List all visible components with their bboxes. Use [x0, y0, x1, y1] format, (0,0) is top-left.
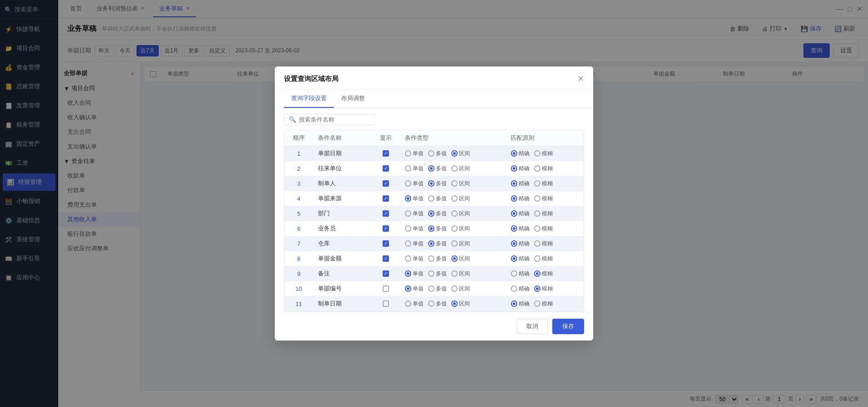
cell-show-1[interactable] [371, 146, 400, 161]
dialog-search-input[interactable] [299, 116, 367, 123]
radio-match-fuzzy-6[interactable]: 模糊 [534, 225, 553, 233]
radio-type-range-11[interactable]: 区间 [451, 300, 470, 308]
radio-type-single-9[interactable]: 单值 [405, 270, 424, 278]
radio-type-multi-2[interactable]: 多值 [428, 165, 447, 173]
radio-circle-range [451, 150, 458, 157]
radio-type-single-1[interactable]: 单值 [405, 150, 424, 158]
radio-type-single-10[interactable]: 单值 [405, 285, 424, 293]
tab-field-settings[interactable]: 查询字段设置 [284, 90, 334, 108]
radio-type-multi-10[interactable]: 多值 [428, 285, 447, 293]
radio-match-circle-exact [511, 300, 517, 307]
cell-name-3: 制单人 [313, 176, 371, 191]
radio-type-range-2[interactable]: 区间 [451, 165, 470, 173]
dialog-table: 顺序 条件名称 显示 条件类型 匹配原则 1单据日期单值多值区间精确模糊2往来单… [284, 130, 584, 312]
radio-type-single-5[interactable]: 单值 [405, 210, 424, 218]
radio-type-single-7[interactable]: 单值 [405, 240, 424, 248]
radio-type-multi-6[interactable]: 多值 [428, 225, 447, 233]
radio-match-fuzzy-5[interactable]: 模糊 [534, 210, 553, 218]
cell-show-7[interactable] [371, 236, 400, 251]
radio-match-exact-5[interactable]: 精确 [511, 210, 530, 218]
radio-type-multi-3[interactable]: 多值 [428, 180, 447, 188]
radio-type-multi-4[interactable]: 多值 [428, 195, 447, 203]
radio-type-range-10[interactable]: 区间 [451, 285, 470, 293]
radio-match-exact-6[interactable]: 精确 [511, 225, 530, 233]
radio-match-fuzzy-3[interactable]: 模糊 [534, 180, 553, 188]
dialog-footer: 取消 保存 [275, 312, 593, 341]
cell-match-5: 精确模糊 [506, 206, 584, 221]
radio-match-exact-1[interactable]: 精确 [511, 150, 530, 158]
cell-show-9[interactable] [371, 266, 400, 281]
radio-match-exact-10[interactable]: 精确 [511, 285, 530, 293]
radio-circle-multi [428, 255, 434, 262]
radio-type-range-1[interactable]: 区间 [451, 150, 470, 158]
show-checkbox-8[interactable] [383, 255, 389, 262]
show-checkbox-2[interactable] [383, 165, 389, 172]
radio-type-range-6[interactable]: 区间 [451, 225, 470, 233]
show-checkbox-11[interactable] [383, 300, 389, 307]
radio-type-range-4[interactable]: 区间 [451, 195, 470, 203]
show-checkbox-6[interactable] [383, 225, 389, 232]
radio-type-multi-5[interactable]: 多值 [428, 210, 447, 218]
radio-match-fuzzy-8[interactable]: 模糊 [534, 255, 553, 263]
cell-order-2: 2 [284, 161, 313, 176]
dialog-save-button[interactable]: 保存 [552, 319, 584, 334]
dialog-body: 🔍 顺序 条件名称 显示 条件类型 匹配原则 1单据日期单值多 [275, 108, 593, 312]
radio-match-fuzzy-10[interactable]: 模糊 [534, 285, 553, 293]
radio-match-fuzzy-2[interactable]: 模糊 [534, 165, 553, 173]
show-checkbox-1[interactable] [383, 150, 389, 157]
show-checkbox-9[interactable] [383, 270, 389, 277]
radio-type-single-6[interactable]: 单值 [405, 225, 424, 233]
radio-type-multi-11[interactable]: 多值 [428, 300, 447, 308]
cell-show-4[interactable] [371, 191, 400, 206]
radio-match-exact-7[interactable]: 精确 [511, 240, 530, 248]
radio-match-circle-fuzzy [534, 225, 540, 232]
cell-match-11: 精确模糊 [506, 296, 584, 311]
radio-type-multi-7[interactable]: 多值 [428, 240, 447, 248]
cell-show-3[interactable] [371, 176, 400, 191]
radio-match-fuzzy-1[interactable]: 模糊 [534, 150, 553, 158]
radio-type-range-8[interactable]: 区间 [451, 255, 470, 263]
cell-show-8[interactable] [371, 251, 400, 266]
radio-match-circle-exact [511, 255, 517, 262]
radio-type-multi-9[interactable]: 多值 [428, 270, 447, 278]
radio-match-fuzzy-7[interactable]: 模糊 [534, 240, 553, 248]
radio-match-exact-2[interactable]: 精确 [511, 165, 530, 173]
show-checkbox-7[interactable] [383, 240, 389, 247]
dialog-close-button[interactable]: ✕ [577, 74, 584, 84]
radio-type-range-9[interactable]: 区间 [451, 270, 470, 278]
show-checkbox-10[interactable] [383, 285, 389, 292]
radio-match-exact-4[interactable]: 精确 [511, 195, 530, 203]
cell-type-10: 单值多值区间 [400, 281, 506, 296]
cancel-button[interactable]: 取消 [517, 319, 548, 334]
radio-type-range-3[interactable]: 区间 [451, 180, 470, 188]
modal-overlay[interactable]: 设置查询区域布局 ✕ 查询字段设置 布局调整 🔍 [0, 0, 868, 407]
radio-match-fuzzy-4[interactable]: 模糊 [534, 195, 553, 203]
radio-type-range-7[interactable]: 区间 [451, 240, 470, 248]
radio-type-single-2[interactable]: 单值 [405, 165, 424, 173]
cell-show-2[interactable] [371, 161, 400, 176]
radio-type-range-5[interactable]: 区间 [451, 210, 470, 218]
radio-match-fuzzy-11[interactable]: 模糊 [534, 300, 553, 308]
radio-type-multi-8[interactable]: 多值 [428, 255, 447, 263]
radio-match-exact-9[interactable]: 精确 [511, 270, 530, 278]
show-checkbox-4[interactable] [383, 195, 389, 202]
cell-show-5[interactable] [371, 206, 400, 221]
radio-type-single-3[interactable]: 单值 [405, 180, 424, 188]
cell-type-9: 单值多值区间 [400, 266, 506, 281]
radio-match-exact-3[interactable]: 精确 [511, 180, 530, 188]
cell-show-6[interactable] [371, 221, 400, 236]
radio-type-single-4[interactable]: 单值 [405, 195, 424, 203]
radio-type-multi-1[interactable]: 多值 [428, 150, 447, 158]
radio-circle-multi [428, 285, 434, 292]
cell-show-10[interactable] [371, 281, 400, 296]
show-checkbox-5[interactable] [383, 210, 389, 217]
radio-type-single-8[interactable]: 单值 [405, 255, 424, 263]
radio-circle-multi [428, 195, 434, 202]
radio-match-exact-11[interactable]: 精确 [511, 300, 530, 308]
radio-match-exact-8[interactable]: 精确 [511, 255, 530, 263]
tab-layout[interactable]: 布局调整 [334, 90, 372, 108]
cell-show-11[interactable] [371, 296, 400, 311]
show-checkbox-3[interactable] [383, 180, 389, 187]
radio-type-single-11[interactable]: 单值 [405, 300, 424, 308]
radio-match-fuzzy-9[interactable]: 模糊 [534, 270, 553, 278]
